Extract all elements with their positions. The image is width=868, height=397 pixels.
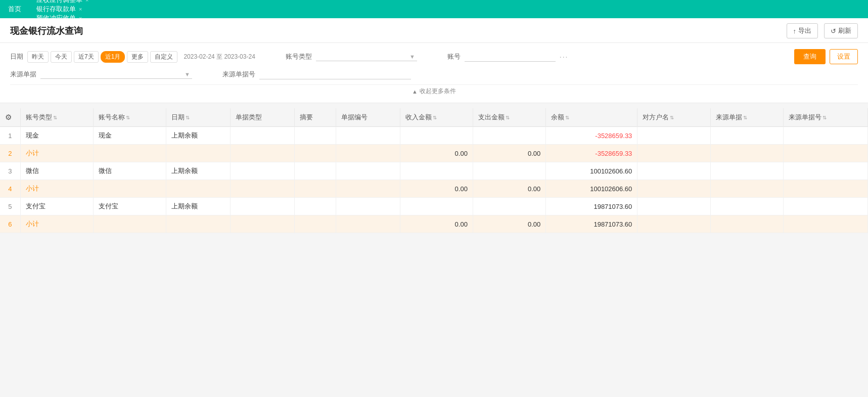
col-header-gear: ⚙ — [0, 108, 20, 127]
table-cell — [400, 198, 473, 215]
account-no-dots[interactable]: ··· — [560, 53, 569, 61]
col-header-date[interactable]: 日期⇅ — [166, 108, 231, 127]
col-header-summary: 摘要 — [294, 108, 336, 127]
table-cell — [336, 127, 400, 145]
table-cell — [231, 198, 295, 215]
gear-icon[interactable]: ⚙ — [5, 113, 12, 121]
refresh-button[interactable]: ↺ 刷新 — [824, 23, 858, 38]
table-cell — [294, 215, 336, 233]
settings-button[interactable]: 设置 — [830, 49, 858, 64]
table-cell — [400, 127, 473, 145]
date-btn-近1月[interactable]: 近1月 — [101, 51, 125, 63]
sort-icon: ⇅ — [670, 115, 674, 120]
table-cell — [231, 162, 295, 180]
page-header: 现金银行流水查询 ↑ 导出 ↺ 刷新 — [0, 18, 868, 43]
table-cell — [231, 127, 295, 145]
table-cell — [231, 180, 295, 198]
col-header-account_type[interactable]: 账号类型⇅ — [20, 108, 93, 127]
table-cell: 1 — [0, 127, 20, 145]
table-cell — [336, 180, 400, 198]
col-label: 账号名称 — [99, 113, 125, 121]
table-cell — [294, 162, 336, 180]
table-cell — [166, 145, 231, 162]
table-cell — [783, 127, 867, 145]
table-cell — [637, 127, 710, 145]
col-label: 账号类型 — [26, 113, 52, 121]
account-no-group: ··· — [465, 52, 569, 62]
table-cell — [336, 215, 400, 233]
col-header-counterpart[interactable]: 对方户名⇅ — [637, 108, 710, 127]
col-header-doc_type: 单据类型 — [231, 108, 295, 127]
header-actions: ↑ 导出 ↺ 刷新 — [787, 23, 858, 38]
table-cell — [637, 198, 710, 215]
table-cell — [473, 198, 545, 215]
col-header-account_name[interactable]: 账号名称⇅ — [93, 108, 166, 127]
table-cell: 上期余额 — [166, 127, 231, 145]
date-range-text: 2023-02-24 至 2023-03-24 — [184, 53, 255, 61]
date-btn-昨天[interactable]: 昨天 — [27, 51, 49, 63]
table-cell — [294, 180, 336, 198]
nav-tab-yushouzonying[interactable]: 预收冲应收单× — [29, 14, 102, 18]
sort-icon: ⇅ — [506, 115, 510, 120]
table-cell — [783, 162, 867, 180]
source-doc-no-input[interactable] — [259, 69, 411, 79]
source-doc-filter-group: 来源单据 ▼ — [10, 70, 192, 79]
col-header-expense[interactable]: 支出金额⇅ — [473, 108, 545, 127]
collapse-label: 收起更多条件 — [420, 87, 456, 96]
export-button[interactable]: ↑ 导出 — [787, 23, 818, 38]
date-label: 日期 — [10, 52, 23, 61]
col-header-source_doc_no[interactable]: 来源单据号⇅ — [783, 108, 867, 127]
close-icon[interactable]: × — [79, 6, 82, 12]
table-cell — [336, 162, 400, 180]
date-btn-近7天[interactable]: 近7天 — [74, 51, 99, 63]
col-header-source_doc[interactable]: 来源单据⇅ — [710, 108, 783, 127]
table-cell — [783, 180, 867, 198]
table-cell — [783, 215, 867, 233]
table-cell: 小计 — [20, 145, 93, 162]
nav-tab-yinhangcunqu[interactable]: 银行存取款单× — [29, 5, 102, 14]
sort-icon: ⇅ — [743, 115, 747, 120]
table-cell — [294, 145, 336, 162]
nav-tab-yingshoudiaozhen[interactable]: 应收应付调整单× — [29, 0, 102, 5]
date-btn-自定义[interactable]: 自定义 — [150, 51, 177, 63]
sort-icon: ⇅ — [53, 115, 57, 120]
filter-area: 日期 昨天今天近7天近1月更多自定义 2023-02-24 至 2023-03-… — [0, 43, 868, 103]
source-doc-chevron-icon: ▼ — [185, 71, 190, 77]
table-cell: 3 — [0, 162, 20, 180]
table-cell — [166, 215, 231, 233]
table-cell — [473, 127, 545, 145]
source-doc-no-label: 来源单据号 — [222, 70, 255, 79]
table-cell — [336, 145, 400, 162]
table-cell: 0.00 — [400, 215, 473, 233]
col-header-income[interactable]: 收入金额⇅ — [400, 108, 473, 127]
col-label: 单据类型 — [236, 113, 262, 121]
table-body: 1现金现金上期余额-3528659.332小计0.000.00-3528659.… — [0, 127, 868, 233]
col-label: 摘要 — [300, 113, 313, 121]
date-btn-更多[interactable]: 更多 — [127, 51, 148, 63]
account-no-input[interactable] — [465, 52, 556, 62]
nav-tab-label: 应收应付调整单 — [36, 0, 82, 5]
export-label: 导出 — [798, 26, 811, 35]
account-no-label: 账号 — [447, 52, 461, 61]
account-type-chevron-icon: ▼ — [409, 54, 415, 60]
nav-home[interactable]: 首页 — [0, 0, 29, 18]
table-cell — [473, 162, 545, 180]
table-cell — [783, 198, 867, 215]
nav-tabs: 收款单×付款单×其他收入单×应收应付调整单×银行存取款单×预收冲应收单×收款核销… — [29, 0, 102, 18]
collapse-bar[interactable]: ▲ 收起更多条件 — [10, 84, 858, 98]
table-cell — [637, 162, 710, 180]
close-icon[interactable]: × — [79, 15, 82, 18]
col-label: 余额 — [551, 113, 564, 121]
col-header-balance[interactable]: 余额⇅ — [546, 108, 637, 127]
source-doc-select[interactable]: ▼ — [40, 70, 192, 79]
source-doc-label: 来源单据 — [10, 70, 36, 79]
account-no-filter-group: 账号 ··· — [447, 52, 569, 62]
close-icon[interactable]: × — [85, 0, 88, 3]
sort-icon: ⇅ — [433, 115, 437, 120]
table-cell: 上期余额 — [166, 198, 231, 215]
date-btn-今天[interactable]: 今天 — [51, 51, 72, 63]
query-button[interactable]: 查询 — [794, 49, 826, 64]
action-buttons: 查询 设置 — [794, 49, 858, 64]
table-row: 6小计0.000.0019871073.60 — [0, 215, 868, 233]
account-type-select[interactable]: ▼ — [316, 53, 417, 61]
